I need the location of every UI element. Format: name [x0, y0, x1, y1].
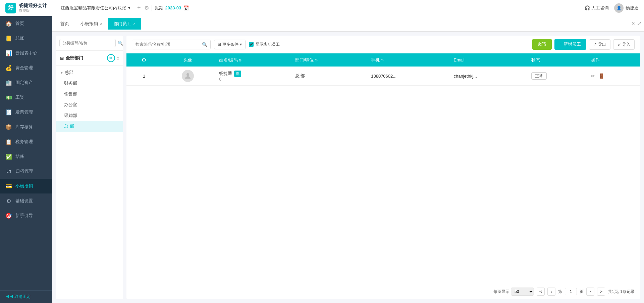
- employee-table: ⚙ 头像 姓名/编码 ⇅ 部门/职位 ⇅: [126, 53, 640, 86]
- sidebar-item-salary[interactable]: 💵 工资: [0, 90, 52, 105]
- sidebar-label-tax: 税务管理: [15, 139, 33, 145]
- sidebar-item-guide[interactable]: 🎯 新手引导: [0, 208, 52, 223]
- dept-edit-button[interactable]: ✏: [107, 54, 115, 62]
- sidebar-item-reports[interactable]: 📊 云报表中心: [0, 46, 52, 60]
- col-name[interactable]: 姓名/编码 ⇅: [214, 53, 290, 67]
- left-panel: 🔍 ⊞ 全部部门 ✏ « ▼: [56, 36, 123, 299]
- headset-icon: 🎧: [585, 5, 590, 10]
- sidebar-item-settings[interactable]: ⚙ 基础设置: [0, 193, 52, 208]
- sidebar-label-settings: 基础设置: [15, 198, 33, 204]
- settings-sidebar-icon: ⚙: [5, 198, 12, 204]
- funds-icon: 💰: [5, 64, 12, 71]
- invite-button[interactable]: 邀请: [532, 39, 552, 50]
- calendar-icon[interactable]: 📅: [183, 5, 189, 11]
- sidebar-item-invoice[interactable]: 🧾 发票管理: [0, 105, 52, 120]
- dept-item-purchasing[interactable]: 采购部: [56, 110, 123, 121]
- show-resigned-checkbox[interactable]: 显示离职员工: [249, 42, 280, 47]
- avatar-cell: [167, 70, 208, 82]
- add-company-button[interactable]: +: [137, 4, 141, 11]
- employee-search-input[interactable]: [132, 40, 199, 49]
- row-name: 畅捷通 部 0: [214, 67, 290, 86]
- delete-button[interactable]: 🚪: [598, 73, 604, 79]
- tab-department[interactable]: 部门员工 ×: [108, 18, 141, 30]
- grid-icon: ⊞: [60, 56, 64, 61]
- edit-button[interactable]: ✏: [591, 73, 595, 79]
- dept-item-finance[interactable]: 财务部: [56, 78, 123, 89]
- col-actions: 操作: [586, 53, 640, 67]
- sidebar-item-assets[interactable]: 🏢 固定资产: [0, 75, 52, 90]
- toolbar-right: 邀请 + 新增员工 ↗ 导出 ↙ 导入: [532, 39, 635, 50]
- sidebar-item-home[interactable]: 🏠 首页: [0, 16, 52, 31]
- pagination: 每页显示 50 100 200 ⊲ ‹ 第 页 ›: [126, 284, 640, 299]
- total-records: 共1页, 1条记录: [608, 289, 635, 295]
- dept-parent-hq[interactable]: ▼ 总部: [56, 67, 123, 78]
- col-settings[interactable]: ⚙: [126, 53, 162, 67]
- dept-parent-label: 总部: [65, 70, 73, 76]
- export-button[interactable]: ↗ 导出: [589, 39, 610, 50]
- col-settings-icon[interactable]: ⚙: [142, 57, 146, 63]
- dept-collapse-button[interactable]: «: [116, 55, 119, 61]
- user-info[interactable]: 👤 畅捷通: [614, 3, 639, 13]
- settings-icon[interactable]: ⚙: [144, 5, 149, 11]
- tab-department-close[interactable]: ×: [133, 21, 136, 26]
- home-icon: 🏠: [5, 20, 12, 27]
- dept-search-input[interactable]: [59, 39, 116, 47]
- row-status: 正常: [526, 67, 586, 86]
- close-account-icon: ✅: [5, 153, 12, 160]
- tab-close-window[interactable]: ×: [631, 20, 635, 27]
- sidebar-item-expense[interactable]: 💳 小畅报销: [0, 179, 52, 193]
- dept-tree: ▼ 总部 财务部 销售部 办公室 采购部 总 部: [56, 66, 123, 299]
- toolbar: 🔍 ⊟ 更多条件 ▾ 显示离职员工 邀请 +: [126, 36, 640, 53]
- sidebar-unpin-button[interactable]: ◀◀ 取消固定: [0, 290, 52, 303]
- next-page-button[interactable]: ›: [586, 288, 594, 296]
- sidebar-footer-label: ◀◀ 取消固定: [5, 294, 31, 300]
- company-selector[interactable]: 江西服宝精品有限责任公司内账张 ▾: [57, 4, 134, 12]
- import-button[interactable]: ↙ 导入: [613, 39, 635, 50]
- main-area: 🏠 首页 📒 总账 📊 云报表中心 💰 资金管理 🏢 固定资产: [0, 16, 644, 303]
- per-page-select: 每页显示 50 100 200: [493, 288, 534, 296]
- sidebar-label-salary: 工资: [15, 94, 24, 100]
- tab-home[interactable]: 首页: [55, 18, 75, 30]
- prev-page-button[interactable]: ‹: [547, 288, 555, 296]
- first-page-button[interactable]: ⊲: [537, 288, 545, 296]
- action-buttons: ✏ 🚪: [591, 73, 635, 79]
- sidebar-item-tax[interactable]: 📋 税务管理: [0, 134, 52, 149]
- tab-expand-window[interactable]: ⤢: [637, 20, 641, 27]
- col-dept[interactable]: 部门/职位 ⇅: [290, 53, 366, 67]
- filter-label: 更多条件: [222, 42, 238, 47]
- sidebar-label-home: 首页: [15, 20, 24, 27]
- separator: [152, 5, 152, 11]
- filter-button[interactable]: ⊟ 更多条件 ▾: [214, 40, 246, 49]
- col-phone[interactable]: 手机 ⇅: [366, 53, 448, 67]
- tab-expense[interactable]: 小畅报销 ×: [75, 18, 108, 30]
- sidebar-label-archive: 归档管理: [15, 168, 33, 174]
- sidebar-item-inventory[interactable]: 📦 库存核算: [0, 120, 52, 134]
- user-name: 畅捷通: [626, 5, 639, 11]
- all-depts-button[interactable]: ⊞ 全部部门: [60, 55, 83, 61]
- show-resigned-input[interactable]: [249, 42, 254, 47]
- dept-item-general[interactable]: 总 部: [56, 121, 123, 132]
- svg-point-0: [186, 73, 189, 76]
- dept-item-office[interactable]: 办公室: [56, 99, 123, 110]
- add-employee-button[interactable]: + 新增员工: [554, 39, 586, 50]
- support-button[interactable]: 🎧 人工咨询: [585, 5, 609, 11]
- sidebar-item-close-account[interactable]: ✅ 结账: [0, 149, 52, 164]
- dept-item-sales[interactable]: 销售部: [56, 89, 123, 99]
- sidebar-scroll: 🏠 首页 📒 总账 📊 云报表中心 💰 资金管理 🏢 固定资产: [0, 16, 52, 290]
- employee-table-container: ⚙ 头像 姓名/编码 ⇅ 部门/职位 ⇅: [126, 53, 640, 284]
- last-page-button[interactable]: ⊳: [597, 288, 605, 296]
- dept-search-icon[interactable]: 🔍: [118, 41, 123, 46]
- inventory-icon: 📦: [5, 124, 12, 130]
- sidebar-item-funds[interactable]: 💰 资金管理: [0, 60, 52, 75]
- per-page-dropdown[interactable]: 50 100 200: [511, 288, 534, 296]
- sidebar-item-archive[interactable]: 🗂 归档管理: [0, 164, 52, 179]
- tab-expense-close[interactable]: ×: [100, 21, 102, 26]
- avatar: 👤: [614, 3, 624, 13]
- employee-code: 0: [219, 77, 284, 82]
- page-number-input[interactable]: [565, 288, 577, 295]
- sidebar-item-ledger[interactable]: 📒 总账: [0, 31, 52, 46]
- logo-title: 畅捷通好会计: [19, 3, 47, 8]
- avatar-icon: [184, 72, 192, 80]
- employee-search-button[interactable]: 🔍: [199, 40, 210, 49]
- sidebar-label-invoice: 发票管理: [15, 109, 33, 115]
